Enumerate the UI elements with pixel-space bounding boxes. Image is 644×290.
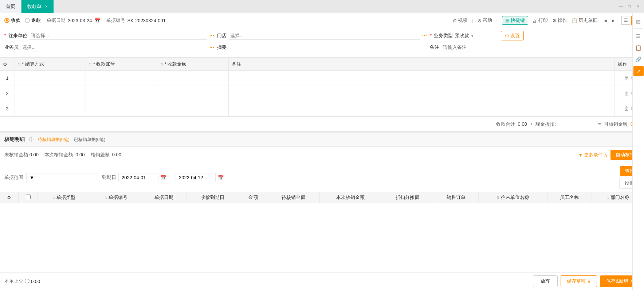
bottom-th-pending[interactable]: 待核销金额	[267, 192, 320, 203]
partner-more-btn[interactable]: ···	[209, 32, 214, 39]
row-3-settlement[interactable]	[15, 101, 86, 117]
scope-select[interactable]: ▼	[26, 173, 99, 182]
discount-input[interactable]	[559, 120, 595, 128]
store-more-btn[interactable]: ···	[422, 32, 427, 39]
sidebar-doc-icon[interactable]: 📋	[633, 43, 644, 53]
footer-info-icon[interactable]: ⓘ	[25, 278, 30, 285]
row-2-account[interactable]	[86, 86, 157, 101]
history-btn[interactable]: 📋 历史单据	[572, 17, 597, 24]
remark-input[interactable]	[441, 43, 640, 51]
bottom-th-order[interactable]: 销售订单	[434, 192, 478, 203]
row-2-remark[interactable]	[228, 86, 615, 101]
bottom-th-type[interactable]: ⇅ 单据类型	[38, 192, 90, 203]
sidebar-expand-icon[interactable]: ↗	[633, 66, 644, 76]
bottom-th-checkbox[interactable]	[18, 192, 38, 203]
tab-current[interactable]: 收款单 ×	[21, 0, 54, 13]
close-button[interactable]: ×	[635, 4, 641, 9]
row-1-delete-icon[interactable]: 🗑	[624, 75, 629, 81]
done-tag[interactable]: 已核销单据(0笔)	[74, 137, 106, 143]
row-2-delete-icon[interactable]: 🗑	[624, 90, 629, 97]
th-account[interactable]: ⇅ * 收款账号	[86, 58, 157, 71]
row-3-remark[interactable]	[228, 101, 615, 117]
shortcut-btn[interactable]: ▤ 快捷键	[502, 16, 528, 25]
row-1-amount[interactable]	[157, 71, 228, 86]
save-draft-button[interactable]: 保存草稿 ∧	[561, 275, 597, 287]
bottom-th-employee[interactable]: 员工名称	[547, 192, 592, 203]
sidebar-table-icon[interactable]: ▤	[633, 16, 644, 26]
toolbar-right: ⊙ 视频 | ⊙ 帮助 | ▤ 快捷键 🖨 打印 ⚙ 操作 📋	[453, 16, 640, 25]
radio-receive[interactable]: 收款	[4, 17, 20, 24]
number-field: 单据编号 SK-20230324-001	[106, 17, 166, 24]
row-2-settlement[interactable]	[15, 86, 86, 101]
video-btn[interactable]: ⊙ 视频	[453, 17, 467, 24]
bottom-th-partner[interactable]: ⇅ 往来单位名称	[479, 192, 547, 203]
bottom-th-amount[interactable]: 金额	[239, 192, 267, 203]
row-2-amount[interactable]	[157, 86, 228, 101]
th-settlement[interactable]: ⇅ * 结算方式	[15, 58, 86, 71]
operations-icon: ⚙	[552, 18, 557, 23]
filter-stats: 未核销金额 0.00 本次核销金额: 0.00 核销差额: 0.00	[4, 152, 121, 158]
row-1-index: 1	[0, 71, 15, 86]
row-1-settlement[interactable]	[15, 71, 86, 86]
prev-arrow[interactable]: ◀	[602, 17, 609, 24]
more-conditions-btn[interactable]: ▼ 更多条件 ∧	[578, 152, 608, 158]
chevron-down-icon: ▼	[471, 34, 474, 38]
business-type-select[interactable]: 预收款 ▼	[455, 32, 499, 39]
row-3-account[interactable]	[86, 101, 157, 117]
form-area: * 往来单位 ··· 门店 ··· * 业务类型 预收款 ▼	[0, 28, 644, 58]
verification-info-icon[interactable]: ⓘ	[29, 137, 34, 143]
th-settings[interactable]: ⚙	[0, 58, 15, 71]
equals-sign: =	[598, 121, 601, 127]
select-all-checkbox[interactable]	[26, 195, 31, 199]
bottom-th-settings[interactable]: ⚙	[0, 192, 18, 203]
bottom-th-current[interactable]: 本次核销金额	[320, 192, 381, 203]
sidebar-link-icon[interactable]: 🔗	[633, 54, 644, 64]
pending-tag[interactable]: 待核销单据(0笔)	[38, 137, 70, 143]
print-btn[interactable]: 🖨 打印	[533, 17, 548, 24]
date-from-input[interactable]	[118, 173, 158, 182]
row-3-delete-icon[interactable]: 🗑	[624, 106, 629, 112]
bottom-th-date[interactable]: 单据日期	[142, 192, 186, 203]
current-label: 本次核销金额:	[44, 152, 74, 157]
list-view-btn[interactable]: ☰	[621, 16, 630, 25]
current-stat: 本次核销金额: 0.00	[44, 152, 85, 158]
abandon-button[interactable]: 放弃	[533, 275, 558, 287]
tab-close-icon[interactable]: ×	[45, 4, 48, 9]
settings-button[interactable]: ⚙ 设置	[501, 31, 524, 40]
row-1-account[interactable]	[86, 71, 157, 86]
sidebar-list-icon[interactable]: ☰	[633, 31, 644, 41]
help-btn[interactable]: ⊙ 帮助	[478, 17, 492, 24]
salesperson-input[interactable]	[21, 43, 207, 51]
tab-home[interactable]: 首页	[0, 0, 21, 13]
table-row: 2 🗑 ⧉	[0, 86, 644, 101]
date-field: 单据日期 2023-03-24 📅	[47, 17, 101, 24]
remark-label: 备注	[430, 44, 439, 51]
bottom-th-discount[interactable]: 折扣分摊额	[381, 192, 434, 203]
due-date-label: 到期日	[102, 174, 116, 181]
radio-refund[interactable]: 退款	[25, 17, 41, 24]
current-value: 0.00	[75, 152, 85, 157]
history-label: 历史单据	[578, 17, 597, 24]
row-3-amount[interactable]	[157, 101, 228, 117]
calendar-icon[interactable]: 📅	[94, 17, 101, 23]
partner-input[interactable]	[30, 32, 207, 40]
remark-field: 备注	[430, 43, 640, 51]
date-to-input[interactable]	[176, 173, 216, 182]
radio-receive-circle	[4, 18, 9, 23]
calendar-from-icon[interactable]: 📅	[161, 175, 166, 180]
bottom-th-number[interactable]: ⇅ 单据编号	[90, 192, 142, 203]
th-amount[interactable]: ⇅ * 收款金额	[157, 58, 228, 71]
salesperson-more-btn[interactable]: ···	[209, 44, 214, 51]
bottom-th-due[interactable]: 收款到期日	[186, 192, 239, 203]
maximize-button[interactable]: □	[627, 4, 632, 9]
row-3-index: 3	[0, 101, 15, 117]
row-1-remark[interactable]	[228, 71, 615, 86]
sort-icon-account: ⇅	[89, 62, 92, 66]
store-label: 门店	[217, 32, 227, 39]
store-input[interactable]	[229, 32, 420, 40]
summary-input[interactable]	[229, 43, 427, 51]
next-arrow[interactable]: ▶	[610, 17, 617, 24]
calendar-to-icon[interactable]: 📅	[218, 175, 224, 180]
operations-btn[interactable]: ⚙ 操作	[552, 17, 567, 24]
minimize-button[interactable]: —	[618, 4, 624, 9]
